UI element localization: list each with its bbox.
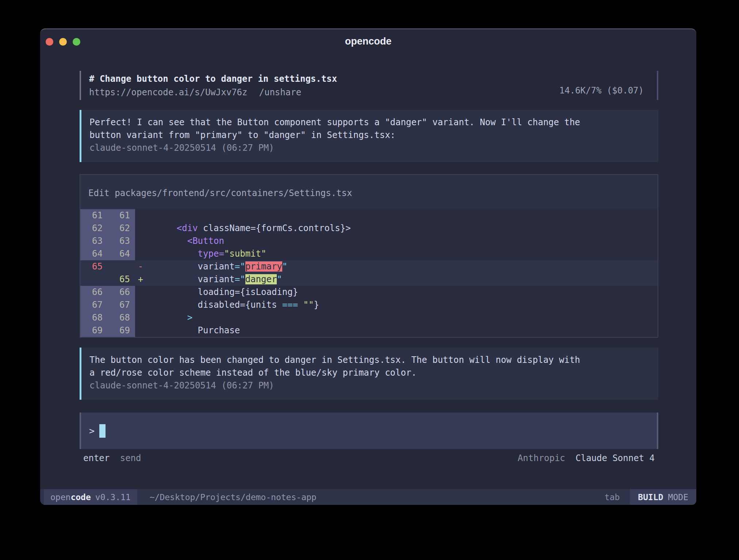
diff-sign: +: [135, 273, 146, 286]
code-line: Purchase: [146, 324, 240, 337]
code-line: variant="primary": [146, 260, 287, 273]
edit-tool-block: Edit packages/frontend/src/containers/Se…: [80, 174, 658, 338]
old-line-number: 65: [80, 260, 108, 273]
diff-row-add: 65+ variant="danger": [80, 273, 658, 286]
old-line-number: 68: [80, 311, 108, 324]
new-line-number: 68: [108, 311, 135, 324]
working-directory: ~/Desktop/Projects/demo-notes-app: [150, 489, 317, 505]
new-line-number: 64: [108, 248, 135, 260]
assistant-message-1: Perfect! I can see that the Button compo…: [80, 110, 658, 162]
old-line-number: 66: [80, 286, 108, 299]
diff-sign: [135, 299, 146, 311]
message-text-line: button variant from "primary" to "danger…: [89, 129, 651, 142]
diff-row-ctx: 6666 loading={isLoading}: [80, 286, 658, 299]
prompt-input[interactable]: >: [80, 413, 658, 449]
diff-row-ctx: 6969 Purchase: [80, 324, 658, 337]
enter-action-hint: send: [120, 453, 141, 463]
code-line: type="submit": [146, 248, 266, 260]
diff-sign: [135, 286, 146, 299]
assistant-message-2: The button color has been changed to dan…: [80, 348, 658, 400]
old-line-number: 67: [80, 299, 108, 311]
old-line-number: 62: [80, 222, 108, 235]
app-version-chip: opencode v0.3.11: [44, 489, 137, 505]
edit-file-path: Edit packages/frontend/src/containers/Se…: [80, 175, 658, 209]
brand-open: open: [50, 492, 70, 502]
session-title: # Change button color to danger in setti…: [89, 74, 644, 84]
diff-sign: [135, 248, 146, 260]
provider-label: Anthropic: [518, 453, 565, 463]
new-line-number: 61: [108, 209, 135, 222]
old-line-number: 63: [80, 235, 108, 248]
opencode-window: opencode # Change button color to danger…: [40, 28, 696, 505]
prompt-symbol: >: [89, 426, 95, 436]
model-timestamp: claude-sonnet-4-20250514 (06:27 PM): [89, 379, 651, 392]
diff-row-ctx: 6868 >: [80, 311, 658, 324]
diff-sign: [135, 311, 146, 324]
tab-key-hint[interactable]: tab: [605, 489, 620, 505]
mode-chip[interactable]: BUILD MODE: [630, 489, 696, 505]
new-line-number: 65: [108, 273, 135, 286]
window-title: opencode: [40, 36, 696, 47]
diff-row-ctx: 6363 <Button: [80, 235, 658, 248]
token-cost-stats: 14.6K/7% ($0.07): [559, 85, 644, 96]
old-line-number: 69: [80, 324, 108, 337]
code-line: disabled={units === ""}: [146, 299, 319, 311]
diff-row-ctx: 6262 <div className={formCs.controls}>: [80, 222, 658, 235]
diff-row-ctx: 6161: [80, 209, 658, 222]
code-line: <div className={formCs.controls}>: [146, 222, 351, 235]
diff-sign: [135, 235, 146, 248]
old-line-number: [80, 273, 108, 286]
code-line: <Button: [146, 235, 224, 248]
diff-view: 61616262 <div className={formCs.controls…: [80, 209, 658, 337]
input-hint-row: enter send Anthropic Claude Sonnet 4: [80, 452, 658, 464]
code-line: [146, 209, 156, 222]
text-cursor: [99, 424, 106, 438]
diff-sign: [135, 209, 146, 222]
old-line-number: 64: [80, 248, 108, 260]
new-line-number: 62: [108, 222, 135, 235]
app-version: v0.3.11: [95, 492, 131, 502]
mode-name: BUILD: [638, 492, 663, 502]
message-text-line: The button color has been changed to dan…: [89, 354, 651, 367]
enter-key-hint: enter: [83, 453, 110, 463]
model-timestamp: claude-sonnet-4-20250514 (06:27 PM): [89, 142, 651, 154]
old-line-number: 61: [80, 209, 108, 222]
session-header: # Change button color to danger in setti…: [80, 71, 658, 100]
diff-row-del: 65- variant="primary": [80, 260, 658, 273]
new-line-number: 63: [108, 235, 135, 248]
model-label: Claude Sonnet 4: [575, 453, 655, 463]
new-line-number: 67: [108, 299, 135, 311]
unshare-command[interactable]: /unshare: [259, 87, 301, 97]
new-line-number: 69: [108, 324, 135, 337]
diff-sign: [135, 324, 146, 337]
share-url[interactable]: https://opencode.ai/s/UwJxv76z: [89, 87, 247, 97]
main-content: # Change button color to danger in setti…: [80, 50, 658, 464]
diff-sign: -: [135, 260, 146, 273]
window-titlebar: opencode: [40, 29, 696, 50]
message-text-line: Perfect! I can see that the Button compo…: [89, 116, 651, 129]
code-line: >: [146, 311, 192, 324]
code-line: variant="danger": [146, 273, 282, 286]
diff-row-ctx: 6767 disabled={units === ""}: [80, 299, 658, 311]
code-line: loading={isLoading}: [146, 286, 298, 299]
mode-word: MODE: [668, 492, 688, 502]
new-line-number: [108, 260, 135, 273]
diff-row-ctx: 6464 type="submit": [80, 248, 658, 260]
status-bar: opencode v0.3.11 ~/Desktop/Projects/demo…: [40, 489, 696, 505]
brand-code: code: [70, 492, 91, 502]
message-text-line: a red/rose color scheme instead of the b…: [89, 367, 651, 379]
diff-sign: [135, 222, 146, 235]
new-line-number: 66: [108, 286, 135, 299]
